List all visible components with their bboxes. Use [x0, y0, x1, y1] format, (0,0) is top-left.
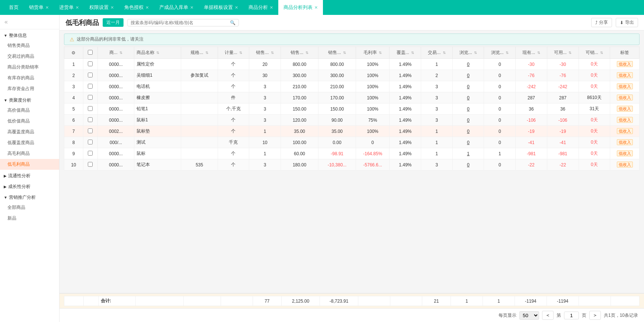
row-checkbox[interactable] — [88, 73, 93, 77]
sidebar-item-sales-products[interactable]: 销售类商品 — [0, 40, 59, 51]
row-name: 电话机 — [134, 81, 181, 92]
th-browse1[interactable]: 浏览... ⇅ — [452, 47, 484, 59]
row-checkbox[interactable] — [88, 117, 93, 122]
prev-page-btn[interactable]: ＜ — [542, 311, 554, 320]
row-name: 鼠标1 — [134, 115, 181, 126]
th-tag[interactable]: 标签 — [610, 47, 640, 59]
settings-icon[interactable]: ⚙ — [71, 50, 76, 55]
select-all-checkbox[interactable] — [88, 50, 93, 55]
row-checkbox-cell[interactable] — [83, 59, 97, 70]
nav-template-settings[interactable]: 单据模板设置 ✕ — [199, 0, 243, 15]
row-checkbox-cell[interactable] — [83, 159, 97, 170]
th-gross-rate[interactable]: 毛利率 ⇅ — [356, 47, 390, 59]
sidebar-item-low-coverage[interactable]: 低覆盖度商品 — [0, 137, 59, 148]
row-checkbox-cell[interactable] — [83, 115, 97, 126]
nav-product-inbound[interactable]: 产成品入库单 ✕ — [154, 0, 199, 15]
page-number-input[interactable] — [564, 312, 579, 319]
th-sale-price[interactable]: 销售... ⇅ — [281, 47, 318, 59]
sidebar-item-new-products[interactable]: 新品 — [0, 213, 59, 224]
sidebar-collapse-btn[interactable]: « — [2, 16, 10, 28]
row-checkbox-cell[interactable] — [83, 137, 97, 148]
per-page-label: 每页显示 — [499, 312, 516, 319]
th-stock[interactable]: 现有... ⇅ — [516, 47, 547, 59]
row-checkbox[interactable] — [88, 128, 93, 133]
row-checkbox[interactable] — [88, 95, 93, 100]
row-code: 0000... — [97, 148, 134, 159]
th-sellable[interactable]: 可销... ⇅ — [579, 47, 610, 59]
export-button[interactable]: ⬇ 导出 — [616, 18, 638, 27]
row-trade-cnt: 1 — [421, 148, 453, 159]
close-icon[interactable]: ✕ — [314, 5, 318, 10]
row-checkbox[interactable] — [88, 151, 93, 156]
nav-home[interactable]: 首页 — [4, 0, 24, 15]
sidebar-group-title-overview[interactable]: ▼ 整体信息 — [0, 29, 59, 40]
row-checkbox[interactable] — [88, 140, 93, 144]
row-checkbox-cell[interactable] — [83, 148, 97, 159]
nav-permissions[interactable]: 权限设置 ✕ — [84, 0, 119, 15]
th-cover-rate[interactable]: 覆盖... ⇅ — [390, 47, 421, 59]
sidebar-item-category-rate[interactable]: 商品分类助销率 — [0, 62, 59, 73]
th-browse2-label: 浏览... — [491, 50, 504, 55]
nav-product-analysis-list[interactable]: 商品分析列表 ✕ — [278, 0, 323, 15]
sidebar-group-title-marketing[interactable]: ▼ 营销推广分析 — [0, 191, 59, 202]
row-checkbox[interactable] — [88, 106, 93, 111]
close-icon[interactable]: ✕ — [190, 5, 193, 10]
table-body: 1 0000... 属性定价 个 20 800.00 800.00 100% 1… — [64, 59, 640, 170]
sidebar-item-high-coverage[interactable]: 高覆盖度商品 — [0, 127, 59, 137]
sidebar-item-traded-products[interactable]: 交易过的商品 — [0, 51, 59, 62]
total-browse2: 1 — [483, 296, 515, 306]
close-icon[interactable]: ✕ — [76, 5, 79, 10]
sidebar-item-low-margin[interactable]: 低毛利商品 — [0, 159, 59, 170]
row-checkbox-cell[interactable] — [83, 103, 97, 115]
th-code[interactable]: 商... ⇅ — [97, 47, 134, 59]
close-icon[interactable]: ✕ — [270, 5, 273, 10]
share-button[interactable]: ⤴ 分享 — [591, 18, 612, 27]
sidebar-item-stocked-products[interactable]: 有库存的商品 — [0, 73, 59, 83]
row-unit: 个 — [218, 59, 249, 70]
row-checkbox-cell[interactable] — [83, 126, 97, 137]
search-input[interactable] — [131, 20, 230, 25]
row-checkbox[interactable] — [88, 61, 93, 66]
sidebar-group-title-cluster[interactable]: ▼ 类聚度分析 — [0, 94, 59, 105]
row-cover-rate: 1.49% — [390, 81, 421, 92]
row-checkbox[interactable] — [88, 162, 93, 167]
sort-icon: ⇅ — [568, 51, 571, 55]
sidebar-item-all-products[interactable]: 全部商品 — [0, 202, 59, 213]
date-filter-btn[interactable]: 近一月 — [103, 18, 124, 27]
th-settings[interactable]: ⚙ — [64, 47, 83, 59]
th-checkbox[interactable] — [83, 47, 97, 59]
per-page-select[interactable]: 50 100 200 — [519, 311, 539, 320]
th-avail[interactable]: 可用... ⇅ — [547, 47, 579, 59]
nav-role-auth[interactable]: 角色授权 ✕ — [119, 0, 154, 15]
th-unit[interactable]: 计量... ⇅ — [218, 47, 249, 59]
row-checkbox-cell[interactable] — [83, 81, 97, 92]
sidebar-item-high-value[interactable]: 高价值商品 — [0, 105, 59, 116]
row-checkbox-cell[interactable] — [83, 70, 97, 81]
row-checkbox-cell[interactable] — [83, 92, 97, 103]
row-trade-cnt: 1 — [421, 126, 453, 137]
search-icon[interactable]: 🔍 — [230, 20, 236, 25]
nav-product-analysis[interactable]: 商品分析 ✕ — [243, 0, 278, 15]
nav-sales-order[interactable]: 销货单 ✕ — [24, 0, 54, 15]
th-trade-cnt[interactable]: 交易... ⇅ — [421, 47, 453, 59]
row-sale-price: 120.00 — [281, 115, 318, 126]
next-page-btn[interactable]: ＞ — [589, 311, 601, 320]
th-sale-profit[interactable]: 销售... ⇅ — [318, 47, 356, 59]
table-container[interactable]: ⚙ 商... ⇅ 商品名称 ⇅ — [60, 47, 644, 293]
th-browse2[interactable]: 浏览... ⇅ — [484, 47, 516, 59]
row-sale-profit: 0.00 — [318, 137, 356, 148]
th-spec[interactable]: 规格... ⇅ — [181, 47, 218, 59]
close-icon[interactable]: ✕ — [45, 5, 49, 10]
close-icon[interactable]: ✕ — [235, 5, 238, 10]
th-name[interactable]: 商品名称 ⇅ — [134, 47, 181, 59]
th-sale-qty[interactable]: 销售... ⇅ — [249, 47, 281, 59]
sidebar-group-title-circulation[interactable]: ▶ 流通性分析 — [0, 170, 59, 181]
nav-purchase-order[interactable]: 进货单 ✕ — [54, 0, 84, 15]
sidebar-item-inventory-cost[interactable]: 库存资金占用 — [0, 83, 59, 94]
sidebar-item-low-value[interactable]: 低价值商品 — [0, 116, 59, 127]
row-checkbox[interactable] — [88, 84, 93, 89]
sidebar-group-title-growth[interactable]: ▶ 成长性分析 — [0, 181, 59, 191]
close-icon[interactable]: ✕ — [110, 5, 114, 10]
close-icon[interactable]: ✕ — [145, 5, 149, 10]
sidebar-item-high-margin[interactable]: 高毛利商品 — [0, 148, 59, 159]
